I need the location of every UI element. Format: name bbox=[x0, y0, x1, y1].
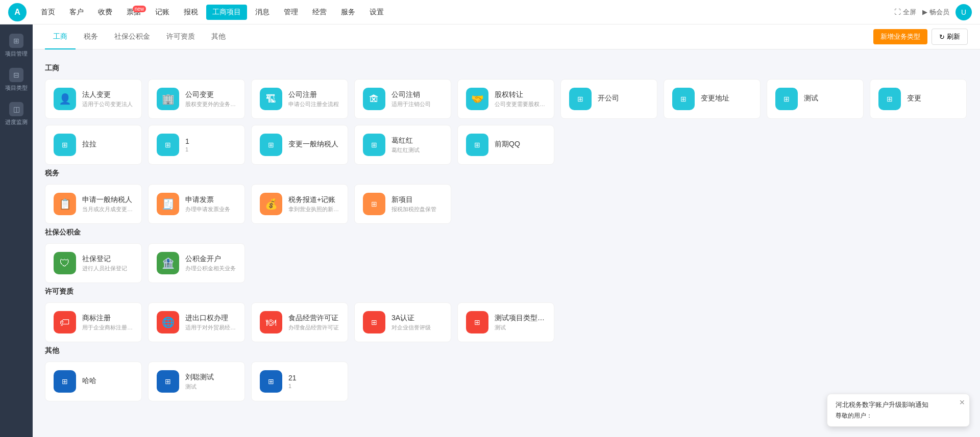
sidebar-item-project-manage[interactable]: ⊞ 项目管理 bbox=[0, 29, 33, 63]
card-icon: ⊞ bbox=[363, 134, 385, 156]
card-desc: 办理申请发票业务 bbox=[185, 205, 236, 213]
card-icon: ⊞ bbox=[157, 370, 179, 393]
card-title: 哈哈 bbox=[82, 376, 133, 385]
card-gehonghong[interactable]: ⊞ 葛红红 葛红红测试 bbox=[354, 125, 451, 165]
add-type-button[interactable]: 新增业务类型 bbox=[873, 29, 927, 44]
card-yibannas[interactable]: 📋 申请一般纳税人 当月或次月成变更完成 bbox=[45, 184, 142, 224]
nav-invoice[interactable]: 票据 new bbox=[120, 5, 147, 20]
nav-fee[interactable]: 收费 bbox=[92, 5, 118, 20]
sidebar-item-project-type[interactable]: ⊟ 项目类型 bbox=[0, 63, 33, 97]
card-icon: 🛡 bbox=[54, 252, 76, 274]
tab-shebao[interactable]: 社保公积金 bbox=[106, 25, 158, 49]
card-3a[interactable]: ⊞ 3A认证 对企业信誉评级 bbox=[354, 302, 451, 342]
tab-bar: 工商 税务 社保公积金 许可资质 其他 新增业务类型 ↻ 刷新 bbox=[33, 24, 980, 49]
card-icon: 🍽 bbox=[260, 311, 282, 333]
card-desc: 用于企业商标注册服务 bbox=[82, 324, 133, 331]
card-icon: 🧾 bbox=[157, 193, 179, 215]
nav-bookkeeping[interactable]: 记账 bbox=[149, 5, 176, 20]
card-icon: ⊞ bbox=[363, 311, 385, 333]
card-title: 申请发票 bbox=[185, 195, 236, 204]
refresh-icon: ↻ bbox=[939, 33, 945, 41]
fullscreen-btn[interactable]: ⛶ 全屏 bbox=[894, 8, 916, 17]
card-gongjijin[interactable]: 🏦 公积金开户 办理公积金相关业务 bbox=[148, 243, 245, 283]
nav-tax[interactable]: 报税 bbox=[178, 5, 204, 20]
card-desc: 测试 bbox=[495, 324, 546, 331]
logo[interactable]: A bbox=[8, 3, 27, 21]
nav-home[interactable]: 首页 bbox=[35, 5, 61, 20]
card-biangeng[interactable]: ⊞ 变更 bbox=[870, 79, 967, 119]
card-title: 葛红红 bbox=[391, 136, 443, 145]
card-title: 申请一般纳税人 bbox=[82, 195, 133, 204]
card-title: 食品经营许可证 bbox=[288, 314, 339, 323]
card-lala[interactable]: ⊞ 拉拉 bbox=[45, 125, 142, 165]
card-gongsizuxiao[interactable]: 🏚 公司注销 适用于注销公司 bbox=[354, 79, 451, 119]
card-haha[interactable]: ⊞ 哈哈 bbox=[45, 362, 142, 401]
card-liucong[interactable]: ⊞ 刘聪测试 测试 bbox=[148, 362, 245, 401]
tab-gongshang[interactable]: 工商 bbox=[45, 25, 76, 49]
card-icon: ⊞ bbox=[157, 134, 179, 156]
card-fazhibiangeng[interactable]: 👤 法人变更 适用于公司变更法人 bbox=[45, 79, 142, 119]
cards-shuiwu: 📋 申请一般纳税人 当月或次月成变更完成 🧾 申请发票 办理申请发票业务 💰 税… bbox=[45, 184, 968, 224]
card-biangengdizhi[interactable]: ⊞ 变更地址 bbox=[664, 79, 761, 119]
tab-xuke[interactable]: 许可资质 bbox=[158, 25, 203, 49]
project-type-icon: ⊟ bbox=[9, 68, 23, 82]
card-icon: ⊞ bbox=[672, 88, 695, 110]
project-manage-icon: ⊞ bbox=[9, 34, 23, 48]
card-title: 新项目 bbox=[391, 195, 443, 204]
cards-gongshang: 👤 法人变更 适用于公司变更法人 🏢 公司变更 股权变更外的业务变更 🏗 公司注… bbox=[45, 79, 968, 165]
avatar[interactable]: U bbox=[955, 4, 972, 20]
card-jinchukouquan[interactable]: 🌐 进出口权办理 适用于对外贸易经营者 bbox=[148, 302, 245, 342]
card-title: 法人变更 bbox=[82, 90, 133, 99]
card-ceshi-type[interactable]: ⊞ 测试项目类型目定义 测试 bbox=[457, 302, 554, 342]
card-title: 开公司 bbox=[598, 94, 649, 103]
card-title: 公司变更 bbox=[185, 90, 236, 99]
card-gongsibiangeng[interactable]: 🏢 公司变更 股权变更外的业务变更 bbox=[148, 79, 245, 119]
sidebar-item-progress[interactable]: ◫ 进度监测 bbox=[0, 97, 33, 131]
nav-service[interactable]: 服务 bbox=[335, 5, 361, 20]
card-xinxiangmu[interactable]: ⊞ 新项目 报税加税控盘保管 bbox=[354, 184, 451, 224]
card-shipin[interactable]: 🍽 食品经营许可证 办理食品经营许可证 bbox=[251, 302, 348, 342]
card-desc: 适用于公司变更法人 bbox=[82, 100, 133, 108]
card-21[interactable]: ⊞ 21 1 bbox=[251, 362, 348, 401]
tab-shuiwu[interactable]: 税务 bbox=[76, 25, 106, 49]
nav-items: 首页 客户 收费 票据 new 记账 报税 工商项目 消息 管理 经营 服务 设… bbox=[35, 5, 894, 20]
card-desc: 股权变更外的业务变更 bbox=[185, 100, 236, 108]
card-title: 21 bbox=[288, 374, 339, 382]
card-gongsizhuce[interactable]: 🏗 公司注册 申请公司注册全流程 bbox=[251, 79, 348, 119]
fullscreen-icon: ⛶ bbox=[894, 8, 901, 16]
card-biangengnas[interactable]: ⊞ 变更一般纳税人 bbox=[251, 125, 348, 165]
nav-message[interactable]: 消息 bbox=[249, 5, 276, 20]
card-icon-fazhibiangeng: 👤 bbox=[54, 88, 76, 110]
card-guquanzhuanrang[interactable]: 🤝 股权转让 公司变更需要股权转让 bbox=[457, 79, 554, 119]
notification-close-btn[interactable]: ✕ bbox=[959, 398, 965, 406]
card-title: 前期QQ bbox=[495, 140, 546, 149]
top-nav: A 首页 客户 收费 票据 new 记账 报税 工商项目 消息 管理 经营 服务… bbox=[0, 0, 980, 24]
card-desc: 拿到营业执照的新公司 bbox=[288, 205, 339, 213]
nav-business[interactable]: 工商项目 bbox=[206, 5, 247, 20]
card-desc: 公司变更需要股权转让 bbox=[495, 100, 546, 108]
card-1[interactable]: ⊞ 1 1 bbox=[148, 125, 245, 165]
card-desc: 1 bbox=[288, 383, 339, 389]
card-kaigongsi[interactable]: ⊞ 开公司 bbox=[560, 79, 657, 119]
content-area: 工商 👤 法人变更 适用于公司变更法人 🏢 公司变更 股权变更外的业务变更 🏗 bbox=[33, 49, 980, 416]
nav-manage[interactable]: 管理 bbox=[278, 5, 304, 20]
nav-settings[interactable]: 设置 bbox=[363, 5, 390, 20]
card-shangbiao[interactable]: 🏷 商标注册 用于企业商标注册服务 bbox=[45, 302, 142, 342]
card-ceshi[interactable]: ⊞ 测试 bbox=[767, 79, 864, 119]
card-desc: 办理食品经营许可证 bbox=[288, 324, 339, 331]
card-qianqiqq[interactable]: ⊞ 前期QQ bbox=[457, 125, 554, 165]
vip-btn[interactable]: ▶ 畅会员 bbox=[922, 8, 949, 17]
card-title: 变更地址 bbox=[701, 94, 752, 103]
card-shenqingfapiao[interactable]: 🧾 申请发票 办理申请发票业务 bbox=[148, 184, 245, 224]
card-shebao[interactable]: 🛡 社保登记 进行人员社保登记 bbox=[45, 243, 142, 283]
nav-operations[interactable]: 经营 bbox=[306, 5, 333, 20]
card-shuiwubaodao[interactable]: 💰 税务报道+记账 拿到营业执照的新公司 bbox=[251, 184, 348, 224]
card-desc: 葛红红测试 bbox=[391, 146, 443, 154]
card-icon: 💰 bbox=[260, 193, 282, 215]
sidebar: ⊞ 项目管理 ⊟ 项目类型 ◫ 进度监测 bbox=[0, 24, 33, 437]
tab-qita[interactable]: 其他 bbox=[203, 25, 234, 49]
card-icon: ⊞ bbox=[878, 88, 901, 110]
card-title: 测试 bbox=[804, 94, 855, 103]
refresh-button[interactable]: ↻ 刷新 bbox=[932, 29, 968, 45]
nav-customer[interactable]: 客户 bbox=[63, 5, 90, 20]
